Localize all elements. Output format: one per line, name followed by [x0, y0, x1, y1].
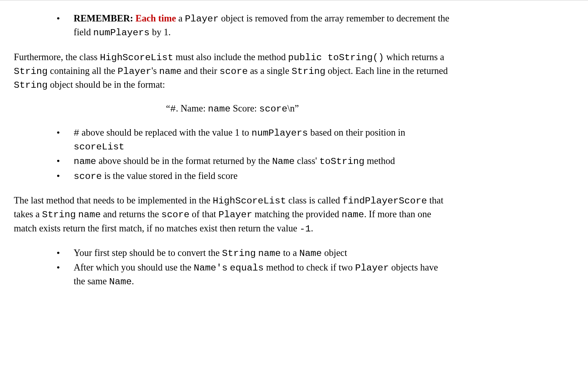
- code-string: String: [14, 80, 48, 90]
- text: matching the provided: [252, 209, 342, 219]
- code-score: score: [161, 210, 189, 220]
- text: and their: [182, 66, 220, 76]
- text: containing all the: [48, 66, 117, 76]
- text: as a single: [248, 66, 292, 76]
- text: Furthermore, the class: [14, 52, 100, 62]
- code-player: Player: [118, 66, 152, 77]
- text: and returns the: [101, 209, 161, 219]
- code-highscorelist: HighScoreList: [100, 52, 173, 63]
- quote-close: ”: [295, 103, 299, 113]
- bullet-first-step: Your first step should be to convert the…: [52, 246, 451, 260]
- text: .: [132, 276, 134, 286]
- code-string: String: [42, 210, 76, 220]
- code-string: String: [14, 66, 48, 77]
- code-name: name: [208, 104, 231, 114]
- remember-bold: REMEMBER:: [74, 13, 133, 23]
- code-name-class: Name: [272, 156, 295, 167]
- text: 's: [152, 66, 159, 76]
- text: . Name:: [176, 103, 208, 113]
- bullet-hash: # above should be replaced with the valu…: [52, 126, 451, 154]
- text: above should be in the format returned b…: [96, 156, 272, 166]
- code-numplayers: numPlayers: [252, 128, 308, 138]
- code-equals: equals: [230, 263, 264, 273]
- text: .: [311, 223, 313, 233]
- text: above should be replaced with the value …: [79, 127, 252, 138]
- text: must also include the method: [173, 52, 288, 62]
- bullet-after-which: After which you should use the Name's eq…: [52, 261, 451, 289]
- format-string-line: “#. Name: name Score: score\n”: [14, 102, 451, 116]
- code-scorelist: scoreList: [74, 142, 124, 152]
- code-score: score: [219, 66, 248, 77]
- document-content: REMEMBER: Each time a Player object is r…: [14, 12, 451, 289]
- code-string: String: [222, 248, 256, 259]
- text: method: [364, 156, 395, 166]
- code-score: score: [259, 104, 288, 114]
- code-hash: #: [170, 104, 176, 114]
- code-name-class: Name: [109, 277, 132, 287]
- text: to a: [281, 248, 299, 258]
- each-time-red: Each time: [135, 13, 176, 23]
- code-names: Name's: [194, 263, 227, 273]
- bullet-list-1: REMEMBER: Each time a Player object is r…: [52, 12, 451, 40]
- code-name-class: Name: [299, 248, 322, 259]
- code-highscorelist: HighScoreList: [212, 196, 286, 206]
- text: of that: [189, 209, 219, 219]
- paragraph-tostring: Furthermore, the class HighScoreList mus…: [14, 51, 451, 92]
- paragraph-findplayerscore: The last method that needs to be impleme…: [14, 194, 451, 236]
- bullet-score: score is the value stored in the field s…: [52, 169, 451, 183]
- code-findplayerscore: findPlayerScore: [343, 196, 427, 206]
- code-hash: #: [74, 128, 79, 138]
- bullet-list-3: Your first step should be to convert the…: [52, 246, 451, 289]
- text: object: [322, 248, 347, 258]
- code-tostring: toString: [319, 156, 364, 167]
- text: object should be in the format:: [48, 79, 165, 90]
- text: Score:: [231, 103, 259, 113]
- bullet-name: name above should be in the format retur…: [52, 154, 451, 168]
- code-name: name: [78, 210, 101, 220]
- bullet-list-2: # above should be replaced with the valu…: [52, 126, 451, 183]
- text: The last method that needs to be impleme…: [14, 195, 212, 205]
- code-name: name: [74, 156, 96, 167]
- quote-open: “: [166, 103, 170, 113]
- code-public-tostring: public toString(): [288, 52, 384, 63]
- text: Your first step should be to convert the: [74, 248, 222, 258]
- code-minus-one: -1: [300, 224, 311, 234]
- text: object. Each line in the returned: [325, 66, 448, 76]
- code-name: name: [258, 248, 281, 259]
- text: by 1.: [150, 27, 171, 37]
- bullet-remember: REMEMBER: Each time a Player object is r…: [52, 12, 451, 40]
- text: is the value stored in the field score: [102, 171, 238, 181]
- text: which returns a: [384, 52, 444, 62]
- text: After which you should use the: [74, 262, 194, 272]
- code-string: String: [292, 66, 325, 77]
- text: \n: [287, 103, 295, 113]
- code-player: Player: [355, 263, 389, 273]
- code-player: Player: [185, 14, 219, 24]
- text: based on their position in: [308, 127, 405, 138]
- text: method to check if two: [264, 262, 355, 272]
- code-player: Player: [219, 210, 252, 220]
- code-name: name: [341, 210, 364, 220]
- code-name: name: [159, 66, 182, 77]
- text: class': [295, 156, 319, 166]
- code-score: score: [74, 171, 102, 182]
- text: class is called: [286, 195, 343, 205]
- text: a: [176, 13, 185, 23]
- code-numplayers: numPlayers: [93, 28, 150, 38]
